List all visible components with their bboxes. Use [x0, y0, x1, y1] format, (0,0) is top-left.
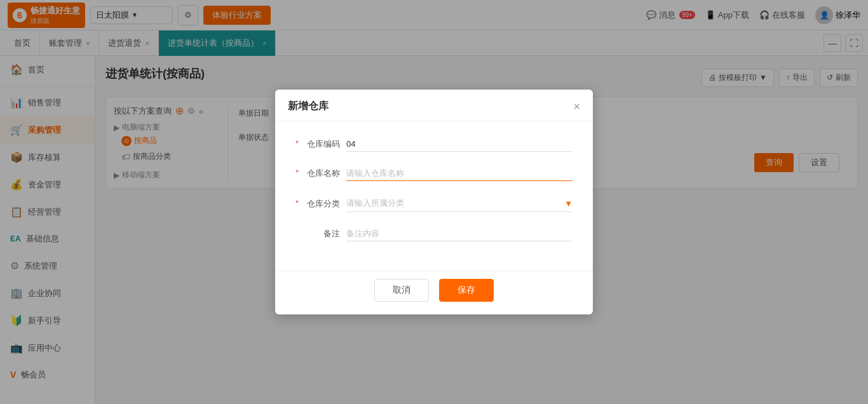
form-row-code: 仓库编码 [295, 137, 573, 152]
name-label: 仓库名称 [295, 168, 346, 179]
category-label: 仓库分类 [295, 198, 346, 210]
name-input[interactable] [346, 166, 573, 181]
code-label: 仓库编码 [295, 138, 346, 150]
modal-header: 新增仓库 × [275, 90, 593, 121]
modal-new-warehouse: 新增仓库 × 仓库编码 仓库名称 仓库分类 请输入所属分类 ▼ 备注 取消 [275, 90, 593, 314]
modal-footer: 取消 保存 [275, 271, 593, 314]
form-row-note: 备注 [295, 226, 573, 241]
cancel-button[interactable]: 取消 [374, 279, 429, 302]
modal-title: 新增仓库 [288, 100, 329, 113]
modal-body: 仓库编码 仓库名称 仓库分类 请输入所属分类 ▼ 备注 [275, 121, 593, 271]
note-input[interactable] [346, 226, 573, 241]
category-chevron-icon: ▼ [564, 199, 573, 208]
form-row-name: 仓库名称 [295, 166, 573, 181]
code-input[interactable] [346, 137, 573, 152]
modal-close-button[interactable]: × [573, 101, 580, 112]
save-button[interactable]: 保存 [439, 279, 494, 302]
form-row-category: 仓库分类 请输入所属分类 ▼ [295, 195, 573, 212]
category-select[interactable]: 请输入所属分类 ▼ [346, 195, 573, 212]
note-label: 备注 [295, 228, 346, 239]
